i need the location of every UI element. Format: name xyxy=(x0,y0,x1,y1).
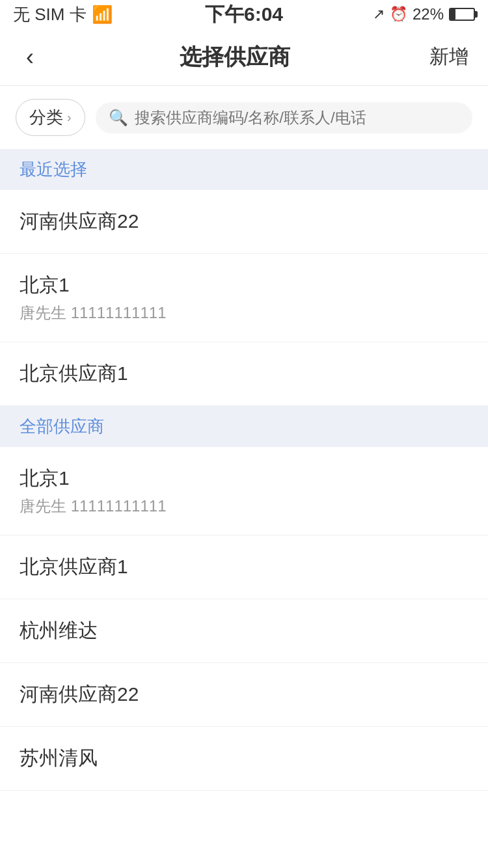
item-name: 北京供应商1 xyxy=(20,360,468,387)
item-name: 北京1 xyxy=(20,465,468,492)
section-header-label-all: 全部供应商 xyxy=(20,416,104,436)
location-icon: ↗ xyxy=(373,6,385,23)
wifi-icon: 📶 xyxy=(92,5,113,25)
status-left: 无 SIM 卡 📶 xyxy=(13,3,113,26)
item-name: 河南供应商22 xyxy=(20,208,468,235)
list-item[interactable]: 北京供应商1 xyxy=(0,342,488,406)
battery-icon xyxy=(449,8,475,21)
item-sub: 唐先生 11111111111 xyxy=(20,496,468,517)
status-time: 下午6:04 xyxy=(205,1,283,28)
item-name: 杭州维达 xyxy=(20,617,468,644)
add-button[interactable]: 新增 xyxy=(429,44,468,70)
search-input[interactable] xyxy=(135,109,459,127)
sim-label: 无 SIM 卡 xyxy=(13,3,87,26)
back-button[interactable]: ‹ xyxy=(20,37,40,77)
list-item[interactable]: 河南供应商22 xyxy=(0,663,488,727)
status-bar: 无 SIM 卡 📶 下午6:04 ↗ ⏰ 22% xyxy=(0,0,488,29)
item-name: 北京供应商1 xyxy=(20,554,468,580)
sections-container: 最近选择河南供应商22北京1唐先生 11111111111北京供应商1全部供应商… xyxy=(0,149,488,791)
nav-bar: ‹ 选择供应商 新增 xyxy=(0,29,488,86)
chevron-right-icon: › xyxy=(67,110,72,125)
list-item[interactable]: 北京供应商1 xyxy=(0,536,488,599)
list-item[interactable]: 北京1唐先生 11111111111 xyxy=(0,447,488,536)
list-item[interactable]: 北京1唐先生 11111111111 xyxy=(0,254,488,342)
category-button[interactable]: 分类 › xyxy=(16,99,85,136)
item-name: 苏州清风 xyxy=(20,745,468,772)
section-header-label-recent: 最近选择 xyxy=(20,159,87,179)
list-item[interactable]: 河南供应商22 xyxy=(0,190,488,254)
section-header-all: 全部供应商 xyxy=(0,406,488,447)
item-sub: 唐先生 11111111111 xyxy=(20,303,468,323)
search-bar: 分类 › 🔍 xyxy=(0,86,488,149)
search-icon: 🔍 xyxy=(109,109,128,127)
alarm-icon: ⏰ xyxy=(390,6,407,23)
search-input-wrap: 🔍 xyxy=(96,102,472,133)
list-item[interactable]: 苏州清风 xyxy=(0,727,488,791)
item-name: 北京1 xyxy=(20,272,468,299)
category-label: 分类 xyxy=(29,106,63,129)
section-header-recent: 最近选择 xyxy=(0,149,488,190)
battery-percent: 22% xyxy=(413,5,444,23)
page-title: 选择供应商 xyxy=(180,42,290,72)
list-item[interactable]: 杭州维达 xyxy=(0,599,488,663)
status-right: ↗ ⏰ 22% xyxy=(373,5,475,23)
item-name: 河南供应商22 xyxy=(20,681,468,708)
